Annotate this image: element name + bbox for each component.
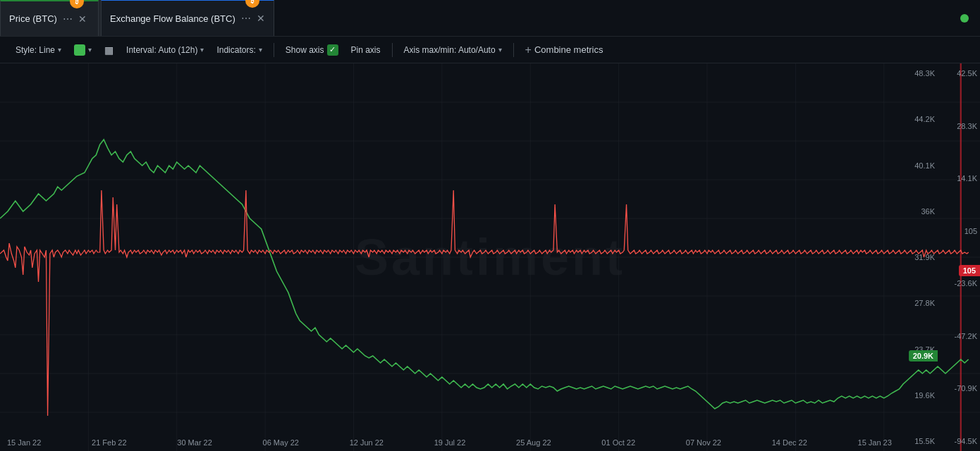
axis-maxmin-selector[interactable]: Axis max/min: Auto/Auto ▾ (400, 43, 506, 57)
axis-maxmin-label: Axis max/min: Auto/Auto (404, 45, 496, 55)
interval-label: Interval: Auto (12h) (126, 45, 197, 55)
top-bar: ₿ Price (BTC) ⋯ ✕ ₿ Exchange Flow Balanc… (0, 0, 980, 37)
pin-axis-label: Pin axis (351, 45, 381, 55)
chart-type-icon: ▦ (104, 44, 114, 56)
chart-type-selector[interactable]: ▦ (100, 42, 118, 58)
color-swatch-icon (74, 44, 85, 56)
tab-exchange-label: Exchange Flow Balance (BTC) (110, 13, 235, 24)
exchange-value-badge: 20.9K (909, 350, 938, 362)
tab-price-label: Price (BTC) (9, 13, 57, 24)
exchange-flow-line (0, 190, 969, 416)
chart-svg (0, 63, 980, 451)
color-picker[interactable]: ▾ (70, 42, 96, 58)
tab-exchange-close-icon[interactable]: ✕ (257, 13, 265, 24)
separator-1 (274, 43, 274, 57)
price-value-badge: 105 (959, 265, 980, 276)
show-axis-label: Show axis (286, 45, 324, 55)
chart-area: Santiment (0, 63, 980, 451)
plus-icon: + (525, 44, 532, 56)
indicators-chevron: ▾ (259, 46, 262, 54)
style-label: Style: Line (16, 45, 55, 55)
price-line (0, 140, 969, 409)
tab-exchange-menu-icon[interactable]: ⋯ (241, 13, 251, 24)
status-dot (960, 14, 969, 23)
grid-lines (0, 63, 980, 451)
status-container (960, 0, 980, 36)
separator-2 (392, 43, 393, 57)
interval-selector[interactable]: Interval: Auto (12h) ▾ (122, 43, 208, 57)
indicators-label: Indicators: (216, 45, 255, 55)
style-chevron: ▾ (58, 46, 61, 54)
combine-metrics-label: Combine metrics (534, 44, 604, 55)
toolbar: Style: Line ▾ ▾ ▦ Interval: Auto (12h) ▾… (0, 37, 980, 63)
color-chevron: ▾ (88, 46, 92, 54)
interval-chevron: ▾ (200, 46, 204, 54)
show-axis-control[interactable]: Show axis ✓ (281, 42, 343, 58)
btc-badge-exchange: ₿ (245, 0, 259, 8)
separator-3 (513, 43, 514, 57)
style-selector[interactable]: Style: Line ▾ (11, 43, 66, 57)
show-axis-checkbox[interactable]: ✓ (327, 44, 338, 56)
pin-axis-control[interactable]: Pin axis (347, 43, 385, 57)
tab-price[interactable]: ₿ Price (BTC) ⋯ ✕ (0, 0, 99, 36)
btc-badge-price: ₿ (70, 0, 84, 8)
axis-maxmin-chevron: ▾ (498, 46, 502, 54)
indicators-selector[interactable]: Indicators: ▾ (212, 43, 266, 57)
combine-metrics-button[interactable]: + Combine metrics (521, 42, 608, 58)
tab-exchange-flow[interactable]: ₿ Exchange Flow Balance (BTC) ⋯ ✕ (101, 0, 274, 36)
tab-price-menu-icon[interactable]: ⋯ (63, 13, 73, 25)
tab-price-close-icon[interactable]: ✕ (78, 13, 87, 25)
